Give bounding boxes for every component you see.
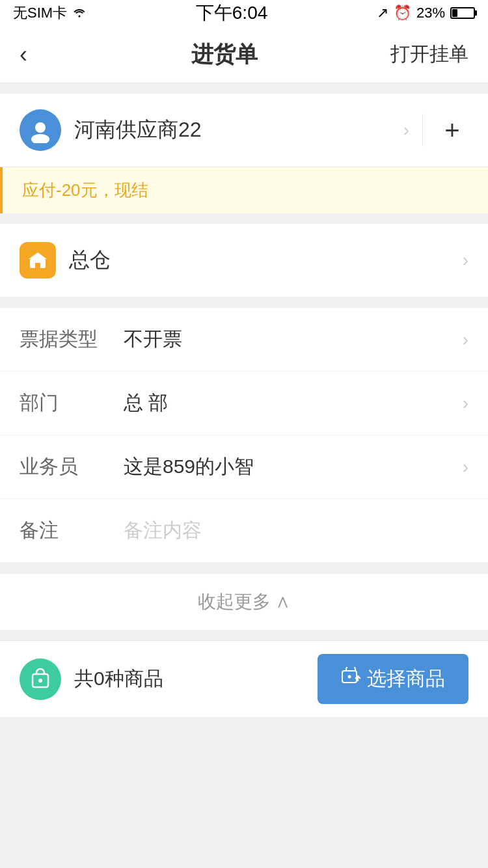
footer-bar: 共0种商品 选择商品 [0, 640, 488, 717]
wifi-icon [72, 5, 87, 21]
warehouse-row[interactable]: 总仓 › [0, 224, 488, 297]
nav-bar: ‹ 进货单 打开挂单 [0, 26, 488, 83]
invoice-type-chevron-icon: › [463, 329, 468, 350]
notice-bar: 应付-20元，现结 [0, 167, 488, 213]
salesperson-row[interactable]: 业务员 这是859的小智 › [0, 435, 488, 499]
select-product-icon [341, 667, 360, 691]
status-right: ↗ ⏰ 23% [377, 5, 475, 21]
svg-marker-3 [29, 252, 47, 259]
department-value: 总 部 [124, 390, 456, 416]
remark-label: 备注 [20, 517, 111, 544]
svg-point-6 [38, 679, 42, 683]
select-product-label: 选择商品 [367, 666, 445, 692]
salesperson-chevron-icon: › [463, 457, 468, 478]
collapse-row[interactable]: 收起更多 ∧ [0, 573, 488, 630]
svg-point-1 [31, 134, 49, 143]
form-card: 票据类型 不开票 › 部门 总 部 › 业务员 这是859的小智 › 备注 备注… [0, 308, 488, 563]
salesperson-value: 这是859的小智 [124, 454, 456, 480]
warehouse-chevron-icon: › [463, 250, 468, 271]
open-pending-button[interactable]: 打开挂单 [390, 41, 468, 68]
page-title: 进货单 [191, 40, 258, 70]
collapse-label: 收起更多 ∧ [198, 591, 291, 612]
invoice-type-label: 票据类型 [20, 326, 111, 353]
alarm-icon: ⏰ [394, 5, 411, 21]
main-content: 河南供应商22 › + 应付-20元，现结 总仓 › 票据类型 [0, 94, 488, 717]
supplier-avatar [20, 109, 61, 151]
department-chevron-icon: › [463, 393, 468, 414]
svg-point-8 [348, 675, 351, 679]
status-left: 无SIM卡 [13, 3, 87, 23]
warehouse-card: 总仓 › [0, 224, 488, 297]
supplier-chevron-icon: › [403, 120, 409, 141]
supplier-name: 河南供应商22 [74, 116, 397, 144]
department-row[interactable]: 部门 总 部 › [0, 372, 488, 435]
invoice-type-row[interactable]: 票据类型 不开票 › [0, 308, 488, 372]
supplier-divider [422, 114, 423, 146]
remark-row[interactable]: 备注 备注内容 [0, 499, 488, 563]
select-product-button[interactable]: 选择商品 [318, 654, 468, 704]
invoice-type-value: 不开票 [124, 326, 456, 353]
battery-icon [450, 7, 475, 19]
supplier-row[interactable]: 河南供应商22 › + [0, 94, 488, 167]
product-icon [20, 658, 61, 700]
salesperson-label: 业务员 [20, 454, 111, 480]
location-icon: ↗ [377, 5, 388, 21]
supplier-card: 河南供应商22 › + 应付-20元，现结 [0, 94, 488, 213]
status-bar: 无SIM卡 下午6:04 ↗ ⏰ 23% [0, 0, 488, 26]
remark-input[interactable]: 备注内容 [124, 517, 468, 544]
add-supplier-button[interactable]: + [436, 116, 468, 145]
warehouse-name: 总仓 [69, 246, 456, 275]
svg-point-0 [35, 122, 46, 133]
svg-rect-4 [35, 263, 40, 268]
notice-text: 应付-20元，现结 [22, 180, 148, 200]
carrier-label: 无SIM卡 [13, 3, 67, 23]
warehouse-icon [20, 242, 56, 278]
product-count: 共0种商品 [74, 666, 318, 692]
department-label: 部门 [20, 390, 111, 416]
status-time: 下午6:04 [196, 1, 268, 25]
battery-percent: 23% [416, 5, 445, 21]
back-button[interactable]: ‹ [20, 41, 59, 68]
